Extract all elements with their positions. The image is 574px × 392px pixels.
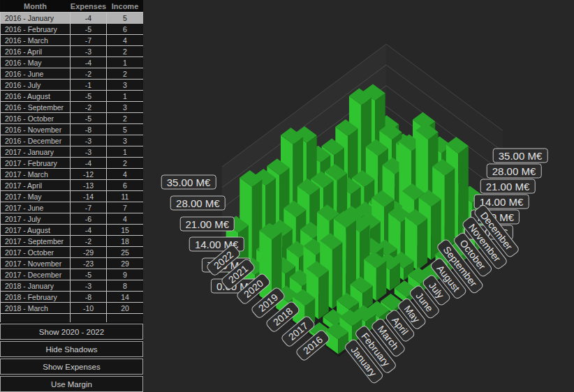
month-cell: 2017 - June bbox=[1, 202, 71, 213]
month-cell: 2017 - July bbox=[1, 213, 71, 225]
table-row[interactable]: 2017 - March-124 bbox=[1, 169, 144, 180]
application-window: Month Expenses Income 2016 - January-452… bbox=[0, 0, 574, 392]
month-cell: 2016 - May bbox=[1, 57, 71, 68]
sidebar-panel: Month Expenses Income 2016 - January-452… bbox=[0, 0, 143, 392]
month-cell: 2016 - November bbox=[1, 124, 71, 135]
table-row[interactable]: 2017 - July-64 bbox=[1, 213, 144, 225]
bar-right-face bbox=[418, 218, 428, 271]
expenses-cell: -1 bbox=[71, 80, 107, 91]
month-cell: 2016 - March bbox=[1, 35, 71, 46]
table-row[interactable]: 2017 - April-136 bbox=[1, 180, 144, 191]
expenses-cell: -12 bbox=[71, 169, 107, 180]
income-cell: 9 bbox=[107, 269, 144, 280]
expenses-cell: -4 bbox=[71, 158, 107, 169]
income-cell: 20 bbox=[107, 303, 144, 314]
month-cell: 2016 - February bbox=[1, 24, 71, 35]
month-cell: 2016 - April bbox=[1, 46, 71, 57]
value-axis-label-left: 21.00 M€ bbox=[180, 216, 235, 231]
table-row[interactable]: 2017 - May-1411 bbox=[1, 191, 144, 202]
bar-right-face bbox=[445, 168, 455, 250]
expenses-cell: -3 bbox=[71, 146, 107, 158]
table-row[interactable]: 2016 - June-22 bbox=[1, 68, 144, 80]
table-row[interactable]: 2016 - April-32 bbox=[1, 46, 144, 57]
table-row[interactable]: 2016 - November-85 bbox=[1, 124, 144, 135]
month-cell: 2018 - February bbox=[1, 292, 71, 303]
table-row[interactable]: 2017 - December-59 bbox=[1, 269, 144, 280]
hide-shadows-button[interactable]: Hide Shadows bbox=[0, 341, 143, 357]
income-cell: 1 bbox=[107, 146, 144, 158]
income-cell: 2 bbox=[107, 46, 144, 57]
table-row[interactable]: 2016 - October-52 bbox=[1, 113, 144, 124]
show-expenses-button[interactable]: Show Expenses bbox=[0, 359, 143, 375]
table-row[interactable]: 2016 - December-33 bbox=[1, 135, 144, 146]
expenses-cell: -4 bbox=[71, 57, 107, 68]
income-cell: 1 bbox=[107, 91, 144, 102]
month-cell: 2016 - January bbox=[1, 13, 71, 24]
table-row[interactable]: 2016 - January-45 bbox=[1, 13, 144, 24]
table-row[interactable]: 2017 - September-218 bbox=[1, 236, 144, 247]
table-row[interactable]: 2018 - February-814 bbox=[1, 292, 144, 303]
expenses-cell: -7 bbox=[71, 202, 107, 213]
month-cell: 2016 - July bbox=[1, 80, 71, 91]
expenses-cell bbox=[71, 314, 107, 323]
expenses-cell: -10 bbox=[71, 303, 107, 314]
value-axis-label-right: 35.00 M€ bbox=[493, 149, 548, 163]
month-cell: 2017 - October bbox=[1, 247, 71, 258]
income-cell: 2 bbox=[107, 68, 144, 80]
expenses-cell: -4 bbox=[71, 13, 107, 24]
use-margin-button[interactable]: Use Margin bbox=[0, 376, 143, 392]
month-cell: 2017 - December bbox=[1, 269, 71, 280]
income-cell: 4 bbox=[107, 169, 144, 180]
expenses-cell: -14 bbox=[71, 191, 107, 202]
value-axis-label-right: 21.00 M€ bbox=[480, 179, 536, 194]
expenses-cell: -3 bbox=[71, 135, 107, 146]
table-row[interactable]: 2017 - February-42 bbox=[1, 158, 144, 169]
income-cell: 11 bbox=[107, 191, 144, 202]
income-cell: 5 bbox=[107, 13, 144, 24]
table-header-row: Month Expenses Income bbox=[1, 0, 144, 13]
table-row[interactable] bbox=[1, 314, 144, 323]
data-table: Month Expenses Income 2016 - January-452… bbox=[0, 0, 143, 322]
table-row[interactable]: 2018 - January-38 bbox=[1, 280, 144, 292]
table-row[interactable]: 2017 - November-2329 bbox=[1, 258, 144, 269]
expenses-cell: -3 bbox=[71, 46, 107, 57]
month-cell: 2017 - May bbox=[1, 191, 71, 202]
table-row[interactable]: 2016 - February-56 bbox=[1, 24, 144, 35]
month-cell: 2018 - January bbox=[1, 280, 71, 292]
expenses-cell: -8 bbox=[71, 124, 107, 135]
table-row[interactable]: 2016 - September-23 bbox=[1, 102, 144, 113]
income-cell: 8 bbox=[107, 280, 144, 292]
income-cell: 7 bbox=[107, 202, 144, 213]
show-years-button[interactable]: Show 2020 - 2022 bbox=[0, 324, 143, 340]
table-row[interactable]: 2017 - June-77 bbox=[1, 202, 144, 213]
month-cell: 2016 - October bbox=[1, 113, 71, 124]
income-cell: 3 bbox=[107, 135, 144, 146]
month-cell bbox=[1, 314, 71, 323]
expenses-cell: -5 bbox=[71, 113, 107, 124]
income-cell: 15 bbox=[107, 225, 144, 236]
income-cell: 4 bbox=[107, 35, 144, 46]
table-row[interactable]: 2016 - May-41 bbox=[1, 57, 144, 68]
income-cell: 3 bbox=[107, 102, 144, 113]
income-cell: 29 bbox=[107, 258, 144, 269]
data-table-body: 2016 - January-452016 - February-562016 … bbox=[1, 13, 144, 323]
table-row[interactable]: 2017 - January-31 bbox=[1, 146, 144, 158]
month-cell: 2016 - December bbox=[1, 135, 71, 146]
table-row[interactable]: 2017 - August-415 bbox=[1, 225, 144, 236]
table-row[interactable]: 2018 - March-1020 bbox=[1, 303, 144, 314]
month-cell: 2017 - April bbox=[1, 180, 71, 191]
table-row[interactable]: 2016 - March-74 bbox=[1, 35, 144, 46]
income-cell: 5 bbox=[107, 124, 144, 135]
table-row[interactable]: 2017 - October-2925 bbox=[1, 247, 144, 258]
value-axis-label-left: 28.00 M€ bbox=[170, 195, 226, 210]
expenses-cell: -5 bbox=[71, 91, 107, 102]
value-axis-label-right: 28.00 M€ bbox=[487, 164, 542, 179]
income-cell: 2 bbox=[107, 113, 144, 124]
bars-3d-chart[interactable]: 0.00 M€0.00 M€7.00 M€7.00 M€14.00 M€14.0… bbox=[143, 0, 574, 392]
table-row[interactable]: 2016 - August-51 bbox=[1, 91, 144, 102]
income-cell: 14 bbox=[107, 292, 144, 303]
column-header-income: Income bbox=[107, 0, 144, 13]
table-row[interactable]: 2016 - July-13 bbox=[1, 80, 144, 91]
column-header-month: Month bbox=[1, 0, 71, 13]
expenses-cell: -2 bbox=[71, 236, 107, 247]
